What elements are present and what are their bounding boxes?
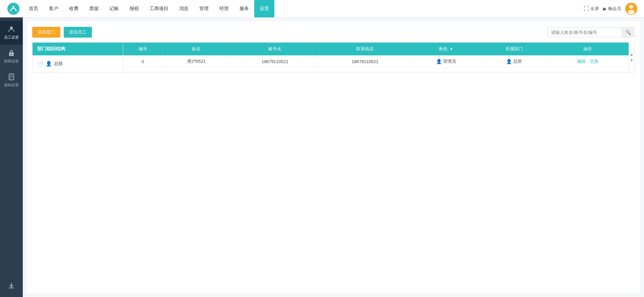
edit-link[interactable]: 编辑 <box>577 59 586 64</box>
cell-role: 👤 管理员 <box>410 55 482 68</box>
search-input[interactable] <box>548 28 622 37</box>
dept-tree: 部门组织结构 📄 👤 总部 <box>33 43 123 72</box>
sidebar-item-tax-settings[interactable]: 报税设置 <box>0 68 23 92</box>
col-phone: 联系电话 <box>320 43 410 55</box>
file-icon: 📄 <box>38 61 44 66</box>
dept-item-general[interactable]: 📄 👤 总部 <box>37 59 119 69</box>
staff-table: 编号 姓名 账号名 联系电话 角色 ▼ 所属部门 操作 <box>123 43 629 72</box>
svg-point-5 <box>10 27 13 29</box>
svg-point-3 <box>629 5 633 9</box>
nav-home[interactable]: 首页 <box>23 0 44 17</box>
dept-cell-icon: 👤 <box>506 59 512 64</box>
sidebar: 员工设置 权限设置 报税设置 <box>0 17 23 297</box>
fullscreen-button[interactable]: ⛶ 全屏 <box>584 6 599 12</box>
sidebar-permissions-label: 权限设置 <box>4 59 19 64</box>
nav-business[interactable]: 工商项目 <box>144 0 174 17</box>
tax-settings-icon <box>8 73 15 81</box>
nav-accounting[interactable]: 记账 <box>104 0 124 17</box>
nav-manage[interactable]: 管理 <box>194 0 214 17</box>
download-icon <box>8 282 15 289</box>
cell-account: 18679110521 <box>230 55 320 68</box>
svg-point-0 <box>7 3 19 15</box>
svg-point-4 <box>628 10 635 14</box>
col-account: 账号名 <box>230 43 320 55</box>
scroll-arrows: ▲ ▼ <box>629 43 634 72</box>
col-dept: 所属部门 <box>482 43 546 55</box>
nav-operation[interactable]: 经营 <box>214 0 234 17</box>
top-nav-right: ⛶ 全屏 ▶ 畅会员 <box>584 3 637 15</box>
search-button[interactable]: 🔍 <box>622 28 634 37</box>
vip-label: 畅会员 <box>608 6 621 12</box>
nav-fee[interactable]: 收费 <box>64 0 84 17</box>
fullscreen-label: 全屏 <box>590 6 599 12</box>
cell-name: 用户0521 <box>163 55 230 68</box>
dept-item-label: 总部 <box>54 61 63 67</box>
add-dept-button[interactable]: 添加部门 <box>32 27 60 38</box>
employee-table: 编号 姓名 账号名 联系电话 角色 ▼ 所属部门 操作 <box>123 43 629 68</box>
cell-actions: 编辑 交接 <box>546 55 629 68</box>
col-name: 姓名 <box>163 43 230 55</box>
sidebar-item-permissions[interactable]: 权限设置 <box>0 45 23 68</box>
role-user-icon: 👤 <box>436 59 442 64</box>
svg-point-1 <box>12 6 14 7</box>
svg-point-7 <box>11 54 12 55</box>
main-layout: 员工设置 权限设置 报税设置 <box>0 17 644 297</box>
sidebar-download-button[interactable] <box>0 277 23 294</box>
sidebar-item-employee[interactable]: 员工设置 <box>0 21 23 45</box>
nav-invoice[interactable]: 票据 <box>84 0 104 17</box>
col-action: 操作 <box>546 43 629 55</box>
vip-icon: ▶ <box>603 6 607 11</box>
fullscreen-icon: ⛶ <box>584 6 589 12</box>
search-box: 🔍 <box>547 27 635 37</box>
vip-button[interactable]: ▶ 畅会员 <box>603 6 621 12</box>
main-menu: 首页 客户 收费 票据 记账 报税 工商项目 消息 管理 经营 服务 设置 <box>23 0 584 17</box>
toolbar: 添加部门 添加员工 🔍 <box>32 27 635 38</box>
nav-tax[interactable]: 报税 <box>124 0 144 17</box>
nav-message[interactable]: 消息 <box>174 0 194 17</box>
nav-service[interactable]: 服务 <box>234 0 254 17</box>
dept-tree-header: 部门组织结构 <box>33 43 123 55</box>
lock-icon <box>8 49 15 57</box>
handover-link[interactable]: 交接 <box>590 59 598 64</box>
table-header-row: 编号 姓名 账号名 联系电话 角色 ▼ 所属部门 操作 <box>123 43 629 55</box>
top-nav: 首页 客户 收费 票据 记账 报税 工商项目 消息 管理 经营 服务 设置 ⛶ … <box>0 0 644 17</box>
content-inner: 添加部门 添加员工 🔍 部门组织结构 📄 👤 <box>27 21 640 293</box>
table-layout: 部门组织结构 📄 👤 总部 编号 <box>32 42 635 72</box>
employee-icon <box>8 26 15 33</box>
role-label: 管理员 <box>443 58 456 64</box>
col-id: 编号 <box>123 43 163 55</box>
sidebar-bottom <box>0 277 23 297</box>
cell-dept: 👤 总部 <box>482 55 546 68</box>
logo <box>3 3 23 15</box>
scroll-up-arrow[interactable]: ▲ <box>630 51 634 57</box>
nav-settings[interactable]: 设置 <box>254 0 274 17</box>
dept-cell-label: 总部 <box>513 58 522 64</box>
content-area: 添加部门 添加员工 🔍 部门组织结构 📄 👤 <box>23 17 644 297</box>
nav-customer[interactable]: 客户 <box>44 0 64 17</box>
dept-tree-body: 📄 👤 总部 <box>33 55 123 72</box>
scroll-down-arrow[interactable]: ▼ <box>630 57 634 63</box>
table-row: 0 用户0521 18679110521 18679110521 👤 管理员 <box>123 55 629 68</box>
sidebar-tax-label: 报税设置 <box>4 83 19 88</box>
sidebar-employee-label: 员工设置 <box>4 35 19 40</box>
filter-icon[interactable]: ▼ <box>449 47 453 51</box>
dept-user-icon: 👤 <box>46 61 52 67</box>
cell-phone: 18679110521 <box>320 55 410 68</box>
add-staff-button[interactable]: 添加员工 <box>64 27 92 38</box>
col-role: 角色 ▼ <box>410 43 482 55</box>
search-icon: 🔍 <box>625 30 631 35</box>
avatar[interactable] <box>625 3 637 15</box>
cell-id: 0 <box>123 55 163 68</box>
